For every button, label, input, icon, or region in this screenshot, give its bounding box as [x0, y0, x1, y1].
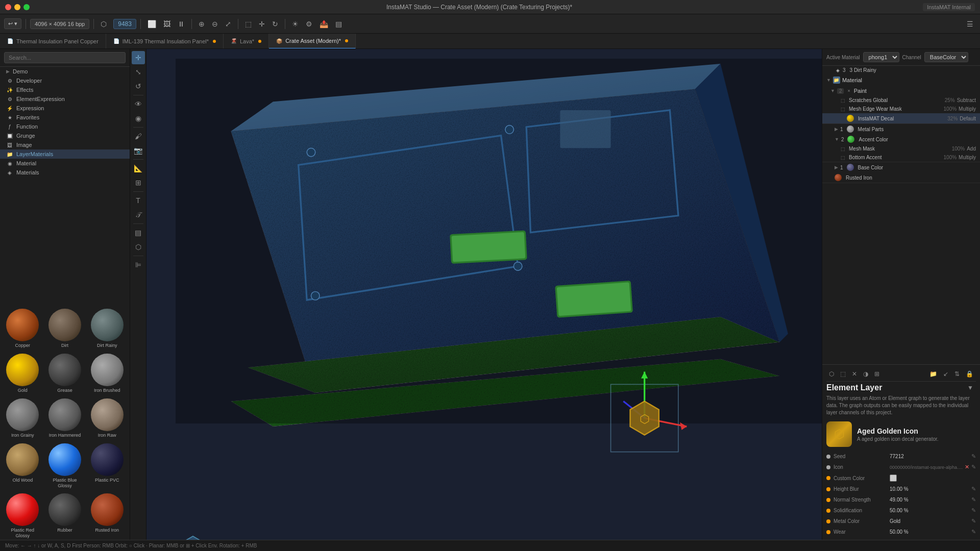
sidebar-item-materials[interactable]: ◈ Materials [0, 168, 130, 177]
zoom-out-icon[interactable]: ⊖ [209, 18, 220, 30]
sidebar-item-developer[interactable]: ⚙ Developer [0, 76, 130, 85]
el-toolbar-btn-4[interactable]: ◑ [861, 369, 871, 379]
el-toolbar-btn-8[interactable]: ⇅ [952, 369, 962, 379]
layers-icon[interactable]: ▤ [333, 18, 345, 30]
el-toolbar-btn-3[interactable]: ✕ [849, 369, 860, 379]
env-icon[interactable]: ☀ [289, 18, 301, 30]
grid-tool[interactable]: ⊞ [132, 176, 145, 189]
export-icon[interactable]: 📤 [317, 18, 331, 30]
layer-metal-parts[interactable]: ▶ 1 Metal Parts [822, 124, 980, 134]
layers-panel-toggle[interactable]: ☰ [964, 18, 976, 30]
paint-tool[interactable]: 🖌 [132, 130, 145, 143]
material-item-iron-raw[interactable]: Iron Raw [86, 396, 128, 440]
el-toolbar-btn-5[interactable]: ⊞ [872, 369, 882, 379]
element-layer-expand-button[interactable]: ▼ [965, 383, 976, 393]
props-tool[interactable]: ⬡ [132, 240, 145, 254]
text-tool[interactable]: T [132, 194, 145, 207]
material-item-copper[interactable]: Copper [2, 307, 43, 350]
prop-clear-1[interactable]: ✕ [965, 464, 969, 470]
el-toolbar-btn-2[interactable]: ⬚ [838, 369, 848, 379]
layer-bottom-accent[interactable]: ⬚ Bottom Accent 100% Multiply [822, 153, 980, 162]
material-tool[interactable]: ◉ [132, 112, 145, 125]
select-icon[interactable]: ⬚ [242, 18, 254, 30]
sidebar-item-grunge[interactable]: 🔲 Grunge [0, 131, 130, 140]
sidebar-item-expression[interactable]: ⚡ Expression [0, 104, 130, 113]
maximize-button[interactable] [23, 4, 30, 10]
material-section-header[interactable]: ▼ 📁 Material [822, 74, 980, 86]
move-tool[interactable]: ✛ [132, 51, 145, 64]
el-toolbar-btn-6[interactable]: 📁 [927, 369, 940, 379]
resolution-selector[interactable]: 4096 × 4096 16 bpp [30, 19, 89, 29]
tab-thermal-copper[interactable]: 📄 Thermal Insulation Panel Copper [0, 34, 106, 48]
layer-rusted-iron[interactable]: Rusted Iron [822, 172, 980, 183]
sidebar-item-favorites[interactable]: ★ Favorites [0, 113, 130, 122]
material-item-plastic-pvc[interactable]: Plastic PVC [86, 441, 128, 491]
settings-icon[interactable]: ⚙ [303, 18, 315, 30]
material-item-plastic-red-glossy[interactable]: Plastic Red Glossy [2, 491, 43, 541]
prop-edit-7[interactable]: ✎ [971, 529, 976, 535]
prop-edit-0[interactable]: ✎ [971, 453, 976, 460]
viewport[interactable]: ⬡ Z Polygons 7,180 • Drawcalls 1 • BSR 9… [146, 49, 822, 551]
rotate-icon[interactable]: ↻ [270, 18, 281, 30]
measure-tool[interactable]: 📐 [132, 162, 145, 175]
sidebar-item-effects[interactable]: ✨ Effects [0, 85, 130, 94]
material-item-old-wood[interactable]: Old Wood [2, 441, 43, 491]
search-input[interactable] [4, 52, 126, 63]
layer-mesh-mask[interactable]: ⬚ Mesh Mask 100% Add [822, 144, 980, 153]
active-material-select[interactable]: phong1 [863, 52, 899, 62]
el-toolbar-btn-1[interactable]: ⬡ [826, 369, 837, 379]
scale-tool[interactable]: ⤡ [132, 65, 145, 79]
sidebar-item-elementexpression[interactable]: ⚙ ElementExpression [0, 94, 130, 104]
render-icon[interactable]: 🖼 [161, 18, 173, 30]
layer-base-color[interactable]: ▶ 1 Base Color [822, 162, 980, 172]
material-item-rusted-iron[interactable]: Rusted Iron [86, 491, 128, 541]
view-tool[interactable]: 👁 [132, 97, 145, 111]
material-item-plastic-blue-glossy[interactable]: Plastic Blue Glossy [44, 441, 86, 491]
sidebar-item-image[interactable]: 🖼 Image [0, 140, 130, 149]
transform-icon[interactable]: ✛ [256, 18, 267, 30]
el-toolbar-btn-7[interactable]: ↙ [941, 369, 951, 379]
sidebar-item-function[interactable]: ƒ Function [0, 122, 130, 131]
material-item-iron-hammered[interactable]: Iron Hammered [44, 396, 86, 440]
prop-edit-3[interactable]: ✎ [971, 486, 976, 492]
cube-icon[interactable]: ⬜ [145, 18, 159, 30]
layer-dirt-rainy[interactable]: ◈ 3 3 Dirt Rainy [822, 66, 980, 74]
tab-iml139[interactable]: 📄 IML-139 Thermal Insulation Panel* [106, 34, 224, 48]
layers-tool[interactable]: ▤ [132, 226, 145, 239]
material-item-iron-grainy[interactable]: Iron Grainy [2, 396, 43, 440]
prop-edit-1[interactable]: ✎ [971, 464, 976, 470]
sidebar-item-layermaterials[interactable]: 📁 LayerMaterials [0, 149, 130, 159]
channel-select[interactable]: BaseColor [924, 52, 968, 62]
material-item-dirt[interactable]: Dirt [44, 307, 86, 350]
prop-edit-5[interactable]: ✎ [971, 507, 976, 514]
prop-edit-6[interactable]: ✎ [971, 518, 976, 524]
material-item-grease[interactable]: Grease [44, 352, 86, 395]
minimize-button[interactable] [14, 4, 20, 10]
material-item-dirt-rainy[interactable]: Dirt Rainy [86, 307, 128, 350]
window-controls[interactable] [5, 4, 30, 10]
tab-lava[interactable]: 🌋 Lava* [224, 34, 269, 48]
sidebar-item-material[interactable]: ◉ Material [0, 159, 130, 168]
camera-tool[interactable]: 📷 [132, 144, 145, 157]
material-item-iron-brushed[interactable]: Iron Brushed [86, 352, 128, 395]
layer-scratches-global[interactable]: ⬚ Scratches Global 25% Subtract [822, 96, 980, 105]
sidebar-item-demo[interactable]: ▶ Demo [0, 67, 130, 76]
layer-mesh-edge-wear[interactable]: ⬚ Mesh Edge Wear Mask 100% Multiply [822, 105, 980, 113]
paint-section-header[interactable]: ▼ 2 × Paint [822, 86, 980, 96]
rotate-tool[interactable]: ↺ [132, 80, 145, 93]
accent-color-header[interactable]: ▼ 2 Accent Color [822, 134, 980, 144]
close-button[interactable] [5, 4, 11, 10]
el-toolbar-btn-9[interactable]: 🔒 [963, 369, 976, 379]
material-item-rubber[interactable]: Rubber [44, 491, 86, 541]
zoom-in-icon[interactable]: ⊕ [196, 18, 207, 30]
tab-crate-asset[interactable]: 📦 Crate Asset (Modern)* [269, 34, 356, 48]
pause-button[interactable]: ⏸ [175, 18, 187, 30]
material-item-gold[interactable]: Gold [2, 352, 43, 395]
history-tool[interactable]: ⊫ [132, 258, 145, 271]
text2-tool[interactable]: 𝒯 [132, 208, 145, 221]
mesh-icon[interactable]: ⬡ [98, 18, 109, 30]
fit-icon[interactable]: ⤢ [223, 18, 234, 30]
prop-color-swatch-2[interactable] [890, 474, 897, 482]
undo-button[interactable]: ↩ ▾ [4, 18, 21, 29]
prop-edit-4[interactable]: ✎ [971, 496, 976, 503]
